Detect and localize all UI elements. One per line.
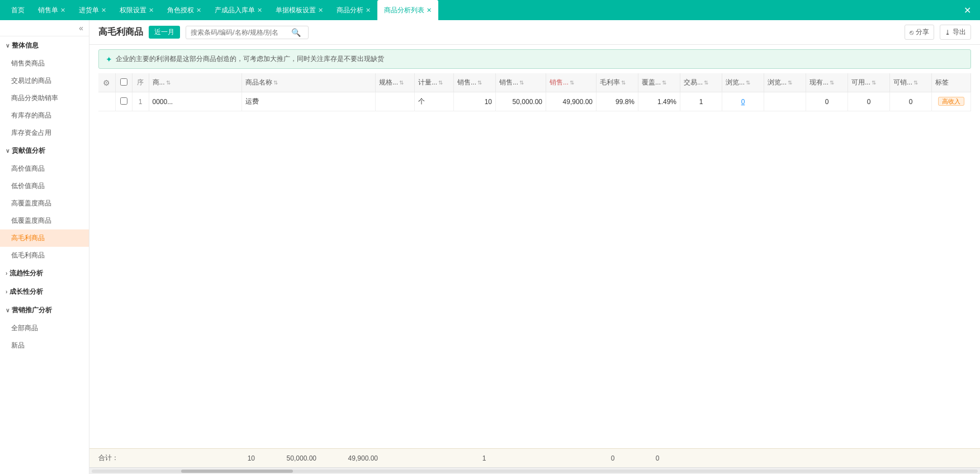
col-settings[interactable]: ⚙ xyxy=(98,73,115,92)
sidebar-item-high-margin[interactable]: 高毛利商品 xyxy=(0,229,89,247)
nav-close-all[interactable]: ✕ xyxy=(959,5,976,16)
col-unit[interactable]: 计量... ⇅ xyxy=(415,73,454,92)
col-sale-qty[interactable]: 销售... ⇅ xyxy=(454,73,496,92)
sidebar-item-all-goods[interactable]: 全部商品 xyxy=(0,320,89,337)
col-spec[interactable]: 规格... ⇅ xyxy=(376,73,415,92)
export-button[interactable]: ⤓ 导出 xyxy=(940,25,971,40)
nav-purchase[interactable]: 进货单 ✕ xyxy=(72,0,113,20)
col-views1[interactable]: 浏览... ⇅ xyxy=(722,73,764,92)
cell-name: 运费 xyxy=(242,92,376,111)
col-trade-count[interactable]: 交易... ⇅ xyxy=(680,73,722,92)
sidebar-group-flow[interactable]: › 流趋性分析 xyxy=(0,264,89,283)
time-filter-button[interactable]: 近一月 xyxy=(149,26,180,39)
footer-sale-qty: 10 xyxy=(210,454,255,462)
nav-product-analysis-list[interactable]: 商品分析列表 ✕ xyxy=(377,0,438,20)
sidebar-group-overall[interactable]: ∨ 整体信息 xyxy=(0,36,89,55)
sidebar-item-low-coverage[interactable]: 低覆盖度商品 xyxy=(0,212,89,229)
settings-icon[interactable]: ⚙ xyxy=(103,78,110,87)
group-overall-arrow: ∨ xyxy=(6,43,10,49)
col-coverage[interactable]: 覆盖... ⇅ xyxy=(638,73,680,92)
col-name[interactable]: 商品名称 ⇅ xyxy=(242,73,376,92)
col-saleqty-sort: ⇅ xyxy=(477,79,482,86)
table-container: ⚙ 序 商... ⇅ xyxy=(89,73,980,448)
col-current[interactable]: 现有... ⇅ xyxy=(806,73,848,92)
nav-roles-close[interactable]: ✕ xyxy=(196,7,201,14)
select-all-checkbox[interactable] xyxy=(120,78,127,86)
nav-production[interactable]: 产成品入库单 ✕ xyxy=(208,0,269,20)
views1-link[interactable]: 0 xyxy=(741,98,745,106)
scroll-thumb[interactable] xyxy=(181,470,293,473)
sidebar-item-stock-fund[interactable]: 库存资金占用 xyxy=(0,124,89,142)
nav-product-analysis-close[interactable]: ✕ xyxy=(366,7,371,14)
sidebar-group-growth[interactable]: › 成长性分析 xyxy=(0,283,89,301)
sidebar-item-high-coverage[interactable]: 高覆盖度商品 xyxy=(0,195,89,212)
sidebar-item-traded-goods[interactable]: 交易过的商品 xyxy=(0,72,89,90)
col-views2-sort: ⇅ xyxy=(788,79,792,86)
nav-permissions-close[interactable]: ✕ xyxy=(149,7,154,14)
page-title: 高毛利商品 xyxy=(98,26,143,38)
sidebar-item-sales-goods[interactable]: 销售类商品 xyxy=(0,55,89,72)
info-banner-text: 企业的主要的利润都是这部分商品创造的，可考虑加大推广，同时关注库存是不要出现缺货 xyxy=(116,54,384,64)
nav-sales-close[interactable]: ✕ xyxy=(60,7,65,14)
nav-product-analysis[interactable]: 商品分析 ✕ xyxy=(330,0,377,20)
footer-totals: 合计： 10 50,000.00 49,900.00 1 0 0 xyxy=(89,448,980,467)
share-icon: ⎋ xyxy=(910,29,913,36)
search-input[interactable] xyxy=(191,29,291,36)
group-marketing-arrow: ∨ xyxy=(6,307,10,313)
cell-checkbox xyxy=(115,92,132,111)
nav-home[interactable]: 首页 xyxy=(4,0,31,20)
cell-available: 0 xyxy=(848,92,890,111)
table-row: 1 0000... 运费 个 10 50,000.00 49,900.00 99… xyxy=(98,92,971,111)
col-views1-sort: ⇅ xyxy=(746,79,750,86)
footer-available: 0 xyxy=(635,454,680,462)
sidebar: « ∨ 整体信息 销售类商品 交易过的商品 商品分类助销率 有库存的商品 库存资… xyxy=(0,20,89,474)
horizontal-scrollbar[interactable] xyxy=(89,467,980,474)
info-banner: ✦ 企业的主要的利润都是这部分商品创造的，可考虑加大推广，同时关注库存是不要出现… xyxy=(98,49,971,69)
cell-gross-margin: 99.8% xyxy=(596,92,638,111)
scroll-track[interactable] xyxy=(92,470,978,473)
sidebar-group-marketing[interactable]: ∨ 营销推广分析 xyxy=(0,301,89,320)
col-name-sort: ⇅ xyxy=(273,79,278,86)
nav-template-close[interactable]: ✕ xyxy=(318,7,323,14)
row-checkbox[interactable] xyxy=(120,97,127,105)
col-margin-sort: ⇅ xyxy=(621,79,626,86)
col-profit-sort: ⇅ xyxy=(570,79,574,86)
nav-product-list-close[interactable]: ✕ xyxy=(427,7,432,14)
sidebar-group-marketing-items: 全部商品 新品 xyxy=(0,320,89,354)
nav-purchase-close[interactable]: ✕ xyxy=(101,7,106,14)
sidebar-group-contribution[interactable]: ∨ 贡献值分析 xyxy=(0,142,89,160)
nav-roles[interactable]: 角色授权 ✕ xyxy=(160,0,208,20)
sidebar-item-low-margin[interactable]: 低毛利商品 xyxy=(0,247,89,264)
col-gross-margin[interactable]: 毛利率 ⇅ xyxy=(596,73,638,92)
col-available[interactable]: 可用... ⇅ xyxy=(848,73,890,92)
col-spec-sort: ⇅ xyxy=(399,79,404,86)
col-salable[interactable]: 可销... ⇅ xyxy=(890,73,932,92)
search-box: 🔍 xyxy=(186,26,309,39)
col-index: 序 xyxy=(132,73,149,92)
col-amount-sort: ⇅ xyxy=(519,79,524,86)
cell-tag: 高收入 xyxy=(932,92,971,111)
col-views2[interactable]: 浏览... ⇅ xyxy=(764,73,806,92)
col-trade-sort: ⇅ xyxy=(704,79,708,86)
col-code-sort: ⇅ xyxy=(166,79,171,86)
col-sale-amount[interactable]: 销售... ⇅ xyxy=(496,73,546,92)
sidebar-item-category-rate[interactable]: 商品分类助销率 xyxy=(0,90,89,107)
col-tag: 标签 xyxy=(932,73,971,92)
search-icon[interactable]: 🔍 xyxy=(291,28,301,37)
cell-views1[interactable]: 0 xyxy=(722,92,764,111)
sidebar-item-in-stock[interactable]: 有库存的商品 xyxy=(0,107,89,124)
sidebar-item-low-value[interactable]: 低价值商品 xyxy=(0,177,89,195)
sidebar-item-new-goods[interactable]: 新品 xyxy=(0,337,89,354)
col-sale-profit[interactable]: 销售... ⇅ xyxy=(546,73,596,92)
cell-sale-amount: 50,000.00 xyxy=(496,92,546,111)
col-coverage-sort: ⇅ xyxy=(662,79,666,86)
nav-sales[interactable]: 销售单 ✕ xyxy=(31,0,72,20)
share-button[interactable]: ⎋ 分享 xyxy=(905,25,934,40)
sidebar-collapse-btn[interactable]: « xyxy=(79,24,83,32)
col-code[interactable]: 商... ⇅ xyxy=(149,73,242,92)
cell-coverage: 1.49% xyxy=(638,92,680,111)
nav-template[interactable]: 单据模板设置 ✕ xyxy=(269,0,330,20)
nav-permissions[interactable]: 权限设置 ✕ xyxy=(113,0,160,20)
sidebar-item-high-value[interactable]: 高价值商品 xyxy=(0,160,89,177)
nav-production-close[interactable]: ✕ xyxy=(257,7,262,14)
